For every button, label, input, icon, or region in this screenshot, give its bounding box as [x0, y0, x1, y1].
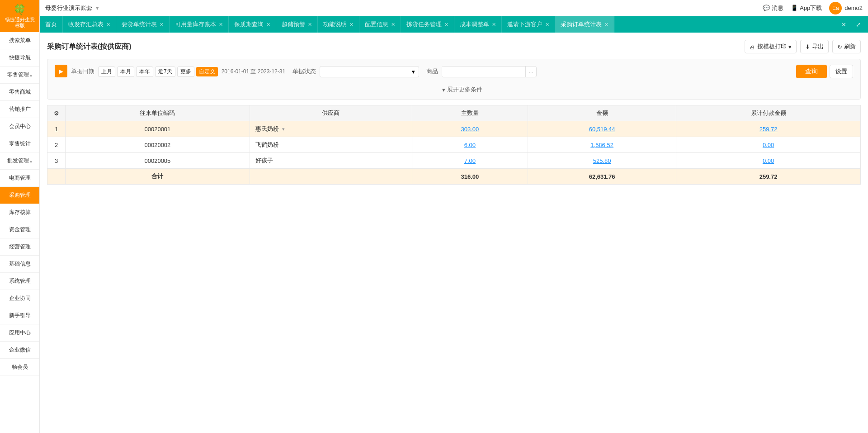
close-tab-btn[interactable]: ✕ [837, 18, 850, 31]
gear-icon[interactable]: ⚙ [54, 110, 59, 117]
nav-tab-11[interactable]: 采购订单统计表✕ [555, 16, 614, 33]
sidebar-item-1[interactable]: 快捷导航 [0, 49, 39, 67]
sidebar-item-12[interactable]: 经营管理 [0, 238, 39, 256]
filter-row-1: 单据日期 上月 本月 本年 近7天 更多 自定义 2016-01-01 至 20… [71, 65, 853, 78]
avatar: Ea [829, 2, 842, 14]
workspace-dropdown-icon[interactable]: ▾ [96, 5, 99, 11]
nav-tab-2[interactable]: 要货单统计表✕ [116, 16, 170, 33]
template-dropdown-icon: ▾ [788, 43, 792, 50]
tab-close-icon[interactable]: ✕ [106, 22, 110, 28]
tab-close-icon[interactable]: ✕ [492, 22, 496, 28]
nav-tab-4[interactable]: 保质期查询✕ [229, 16, 276, 33]
row-paid[interactable]: 0.00 [676, 137, 861, 153]
last-month-btn[interactable]: 上月 [98, 67, 115, 77]
sidebar-item-14[interactable]: 系统管理 [0, 273, 39, 290]
tab-close-icon[interactable]: ✕ [391, 22, 395, 28]
filter-area: ▶ 单据日期 上月 本月 本年 近7天 更多 自定义 [47, 59, 861, 100]
sidebar-label: 库存核算 [9, 209, 31, 215]
tab-close-icon[interactable]: ✕ [604, 22, 609, 28]
row-qty[interactable]: 6.00 [412, 137, 528, 153]
row-paid[interactable]: 0.00 [676, 153, 861, 169]
sidebar-item-5[interactable]: 会员中心 [0, 118, 39, 135]
more-dates-btn[interactable]: 更多 [177, 67, 194, 77]
sidebar-item-11[interactable]: 资金管理 [0, 221, 39, 238]
sidebar-item-6[interactable]: 零售统计 [0, 135, 39, 152]
expand-label: 展开更多条件 [447, 86, 482, 94]
sidebar-label: 基础信息 [9, 261, 31, 267]
page-title: 采购订单统计表(按供应商) [47, 42, 132, 52]
date-range-display: 2016-01-01 至 2023-12-31 [222, 68, 285, 76]
sidebar-item-16[interactable]: 新手引导 [0, 307, 39, 324]
row-supplier: 飞鹤奶粉 [250, 137, 412, 153]
sidebar-label: 搜索菜单 [9, 37, 31, 43]
row-qty[interactable]: 7.00 [412, 153, 528, 169]
tab-close-icon[interactable]: ✕ [545, 22, 549, 28]
row-qty[interactable]: 303.00 [412, 121, 528, 137]
tab-close-icon[interactable]: ✕ [266, 22, 270, 28]
tab-close-icon[interactable]: ✕ [308, 22, 312, 28]
refresh-btn[interactable]: ↻ 刷新 [832, 40, 861, 53]
nav-tab-6[interactable]: 功能说明✕ [318, 16, 359, 33]
row-amount[interactable]: 60,519.44 [528, 121, 676, 137]
expand-tab-btn[interactable]: ⤢ [852, 18, 864, 31]
topbar-workspace[interactable]: 母婴行业演示账套 ▾ [45, 4, 99, 12]
sidebar-item-4[interactable]: 营销推广 [0, 101, 39, 118]
user-menu[interactable]: Ea demo2 [829, 2, 863, 14]
this-month-btn[interactable]: 本月 [117, 67, 134, 77]
tab-close-icon[interactable]: ✕ [349, 22, 354, 28]
tab-close-icon[interactable]: ✕ [160, 22, 164, 28]
row-paid[interactable]: 259.72 [676, 121, 861, 137]
export-btn[interactable]: ⬇ 导出 [800, 40, 829, 53]
goods-input[interactable] [442, 67, 525, 77]
sidebar-item-2[interactable]: 零售管理▴ [0, 67, 39, 84]
nav-tab-10[interactable]: 邀请下游客户✕ [502, 16, 555, 33]
nav-tab-5[interactable]: 超储预警✕ [276, 16, 318, 33]
nav-tab-1[interactable]: 收发存汇总表✕ [63, 16, 116, 33]
template-print-btn[interactable]: 🖨 按模板打印 ▾ [745, 40, 797, 53]
expand-more-btn[interactable]: ▾ 展开更多条件 [71, 86, 853, 94]
this-year-btn[interactable]: 本年 [136, 67, 153, 77]
export-icon: ⬇ [805, 43, 810, 50]
table-row[interactable]: 1 00020001 惠氏奶粉 ▾ 303.00 60,519.44 259.7… [47, 121, 861, 137]
table-row[interactable]: 3 00020005 好孩子 7.00 525.80 0.00 [47, 153, 861, 169]
nav-tab-9[interactable]: 成本调整单✕ [454, 16, 502, 33]
nav-tabs: 首页收发存汇总表✕要货单统计表✕可用量库存账本✕保质期查询✕超储预警✕功能说明✕… [40, 16, 868, 33]
sidebar-item-19[interactable]: 畅会员 [0, 359, 39, 376]
goods-input-dots[interactable]: ··· [525, 67, 536, 77]
collapse-filter-btn[interactable]: ▶ [55, 65, 67, 77]
tab-label: 拣货任务管理 [406, 20, 442, 29]
content-area: 采购订单统计表(按供应商) 🖨 按模板打印 ▾ ⬇ 导出 ↻ 刷新 [40, 33, 868, 433]
table-row[interactable]: 2 00020002 飞鹤奶粉 6.00 1,586.52 0.00 [47, 137, 861, 153]
sidebar-label: 快捷导航 [9, 54, 31, 61]
sidebar-label: 企业微信 [9, 347, 31, 353]
sidebar-item-13[interactable]: 基础信息 [0, 256, 39, 273]
last-7-days-btn[interactable]: 近7天 [155, 67, 175, 77]
status-select[interactable]: ▾ [320, 66, 419, 77]
sidebar-item-7[interactable]: 批发管理▴ [0, 152, 39, 170]
app-icon: 📱 [791, 5, 798, 11]
settings-btn[interactable]: 设置 [830, 65, 853, 78]
message-btn[interactable]: 💬 消息 [763, 4, 783, 12]
query-btn[interactable]: 查询 [796, 65, 827, 78]
footer-qty: 316.00 [412, 169, 528, 185]
sidebar-item-15[interactable]: 企业协同 [0, 290, 39, 307]
nav-tab-3[interactable]: 可用量库存账本✕ [170, 16, 229, 33]
row-amount[interactable]: 525.80 [528, 153, 676, 169]
sidebar-item-0[interactable]: 搜索菜单 [0, 32, 39, 49]
sidebar-item-10[interactable]: 库存核算 [0, 204, 39, 221]
tab-close-icon[interactable]: ✕ [219, 22, 223, 28]
nav-tab-7[interactable]: 配置信息✕ [359, 16, 401, 33]
row-no: 3 [47, 153, 66, 169]
tab-label: 首页 [45, 20, 57, 29]
nav-tab-0[interactable]: 首页 [40, 16, 63, 33]
sidebar-item-8[interactable]: 电商管理 [0, 170, 39, 187]
tab-close-icon[interactable]: ✕ [444, 22, 448, 28]
sidebar-item-3[interactable]: 零售商城 [0, 84, 39, 101]
sidebar-item-17[interactable]: 应用中心 [0, 324, 39, 342]
row-amount[interactable]: 1,586.52 [528, 137, 676, 153]
sidebar-item-18[interactable]: 企业微信 [0, 342, 39, 359]
sidebar-item-9[interactable]: 采购管理 [0, 187, 39, 204]
nav-tab-8[interactable]: 拣货任务管理✕ [401, 16, 454, 33]
app-download-btn[interactable]: 📱 App下载 [791, 4, 822, 12]
username: demo2 [844, 5, 863, 11]
